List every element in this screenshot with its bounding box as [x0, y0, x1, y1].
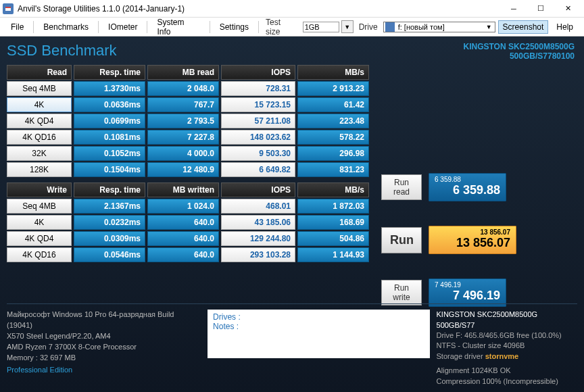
menu-iometer[interactable]: IOmeter [103, 20, 143, 34]
screenshot-button[interactable]: Screenshot [498, 20, 549, 34]
cell-iops: 293 103.28 [221, 247, 295, 262]
cell-resp: 0.0636ms [74, 97, 145, 112]
testsize-select[interactable] [303, 22, 339, 32]
cell-iops: 728.31 [221, 81, 295, 96]
row-label[interactable]: 4K QD16 [7, 247, 72, 262]
separator [210, 21, 210, 33]
menubar: File Benchmarks IOmeter System Info Sett… [0, 18, 584, 36]
svg-rect-1 [5, 7, 11, 8]
row-label[interactable]: Seq 4MB [7, 199, 72, 214]
row-label[interactable]: Seq 4MB [7, 81, 72, 96]
col-header: MB/s [297, 182, 369, 197]
menu-benchmarks[interactable]: Benchmarks [38, 20, 94, 34]
cell-mbs: 168.69 [297, 215, 369, 230]
col-header: Resp. time [74, 65, 145, 80]
cell-resp: 0.0309ms [74, 231, 145, 246]
cell-iops: 9 503.30 [221, 146, 295, 161]
edition-label: Professional Edition [7, 365, 201, 376]
total-score-small: 13 856.07 [435, 228, 510, 236]
drives-label: Drives : [213, 312, 424, 322]
col-header: Read [7, 65, 72, 80]
cell-resp: 0.0232ms [74, 215, 145, 230]
read-score-big: 6 359.88 [435, 183, 500, 197]
run-write-button[interactable]: Run write [381, 280, 422, 305]
row-label[interactable]: 4K [7, 215, 72, 230]
cell-mbs: 831.23 [297, 162, 369, 177]
row-label[interactable]: 32K [7, 146, 72, 161]
notes-box[interactable]: Drives : Notes : [208, 310, 429, 358]
drive-select[interactable] [397, 22, 485, 32]
row-label[interactable]: 4K QD4 [7, 231, 72, 246]
sys-os: Майкрософт Windows 10 Pro 64-разрядная B… [7, 310, 201, 331]
row-label[interactable]: 4K QD16 [7, 130, 72, 145]
row-label[interactable]: 4K [7, 97, 72, 112]
sys-cpu: AMD Ryzen 7 3700X 8-Core Processor [7, 342, 201, 353]
menu-file[interactable]: File [5, 20, 29, 34]
cell-resp: 0.1504ms [74, 162, 145, 177]
di-compression: Compression 100% (Incompressible) [437, 376, 577, 387]
row-label[interactable]: 4K QD4 [7, 114, 72, 128]
cell-resp: 2.1367ms [74, 199, 145, 214]
cell-mb: 2 793.5 [147, 114, 219, 128]
cell-mbs: 223.48 [297, 114, 369, 128]
write-score-small: 7 496.19 [435, 281, 500, 289]
cell-mb: 640.0 [147, 247, 219, 262]
col-header: IOPS [221, 182, 295, 197]
cell-mbs: 504.86 [297, 231, 369, 246]
results-tables: ReadResp. timeMB readIOPSMB/sSeq 4MB1.37… [7, 65, 369, 264]
cell-iops: 6 649.82 [221, 162, 295, 177]
separator [98, 21, 99, 33]
cell-mb: 767.7 [147, 97, 219, 112]
cell-mb: 12 480.9 [147, 162, 219, 177]
total-score: 13 856.07 13 856.07 [429, 226, 516, 254]
cell-mb: 1 024.0 [147, 199, 219, 214]
testsize-dropdown-icon[interactable]: ▼ [341, 20, 354, 33]
menu-settings[interactable]: Settings [214, 20, 254, 34]
cell-resp: 0.1052ms [74, 146, 145, 161]
menu-sysinfo[interactable]: System Info [151, 15, 205, 39]
close-button[interactable]: ✕ [554, 1, 581, 17]
col-header: Resp. time [74, 182, 145, 197]
read-score-small: 6 359.88 [435, 176, 500, 183]
cell-iops: 129 244.80 [221, 231, 295, 246]
drive-label: Drive [356, 22, 381, 32]
run-read-button[interactable]: Run read [381, 174, 422, 200]
cell-iops: 468.01 [221, 199, 295, 214]
cell-resp: 0.1081ms [74, 130, 145, 145]
maximize-button[interactable]: ☐ [527, 1, 554, 17]
cell-mbs: 1 144.93 [297, 247, 369, 262]
di-free: Drive F: 465.8/465.6GB free (100.0%) [437, 330, 577, 341]
main-panel: SSD Benchmark KINGSTON SKC2500M8500G 500… [0, 36, 584, 392]
cell-iops: 43 185.06 [221, 215, 295, 230]
separator [258, 21, 259, 33]
total-score-big: 13 856.07 [435, 236, 510, 250]
cell-mbs: 578.22 [297, 130, 369, 145]
cell-resp: 0.0546ms [74, 247, 145, 262]
col-header: MB written [147, 182, 219, 197]
run-button[interactable]: Run [381, 227, 422, 253]
write-score: 7 496.19 7 496.19 [429, 278, 506, 307]
cell-mb: 640.0 [147, 215, 219, 230]
menu-help[interactable]: Help [551, 20, 579, 34]
notes-label: Notes : [213, 322, 424, 331]
cell-iops: 15 723.15 [221, 97, 295, 112]
di-driver-label: Storage driver [437, 352, 483, 360]
cell-mbs: 61.42 [297, 97, 369, 112]
sys-motherboard: X570 Steel Legend/P2.20, AM4 [7, 331, 201, 342]
app-icon [3, 3, 14, 14]
read-score: 6 359.88 6 359.88 [429, 173, 506, 201]
drive-dropdown-icon[interactable]: ▼ [485, 24, 493, 30]
separator [147, 21, 147, 33]
drive-icon [385, 22, 395, 32]
cell-mb: 640.0 [147, 231, 219, 246]
minimize-button[interactable]: ─ [500, 1, 527, 17]
col-header: MB/s [297, 65, 369, 80]
cell-mb: 2 048.0 [147, 81, 219, 96]
cell-resp: 0.0699ms [74, 114, 145, 128]
bottom-info: Майкрософт Windows 10 Pro 64-разрядная B… [7, 303, 577, 387]
drive-info: KINGSTON SKC2500M8500G 500GB/S77 Drive F… [437, 310, 577, 387]
di-model: KINGSTON SKC2500M8500G 500GB/S77 [437, 310, 577, 330]
col-header: MB read [147, 65, 219, 80]
row-label[interactable]: 128K [7, 162, 72, 177]
cell-mb: 4 000.0 [147, 146, 219, 161]
